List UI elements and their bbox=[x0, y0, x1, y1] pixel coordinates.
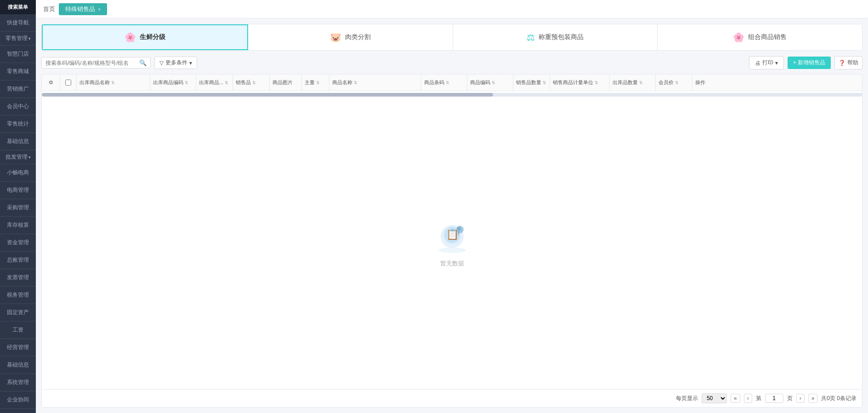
sidebar-item-fund-mgmt[interactable]: 资金管理 bbox=[0, 234, 36, 252]
sidebar-item-new-guide[interactable]: 新手引导 bbox=[0, 409, 36, 413]
th-checkbox[interactable] bbox=[60, 75, 77, 91]
fresh-grade-icon: 🌸 bbox=[125, 32, 136, 43]
sort-icon[interactable]: ⇅ bbox=[595, 80, 598, 85]
sort-icon[interactable]: ⇅ bbox=[225, 80, 228, 85]
add-sales-button[interactable]: + 新增销售品 bbox=[788, 57, 831, 69]
topbar: 首页 特殊销售品 × bbox=[36, 0, 868, 18]
sidebar-item-sys-mgmt[interactable]: 系统管理 bbox=[0, 374, 36, 391]
sidebar-item-tax-mgmt[interactable]: 税务管理 bbox=[0, 287, 36, 304]
sidebar-item-wholesale-mgmt[interactable]: 批发管理 ▾ bbox=[0, 150, 36, 164]
sort-icon[interactable]: ⇅ bbox=[675, 80, 679, 85]
th-outlet-name-label: 出库商品名称 bbox=[79, 79, 110, 86]
weight-pack-icon: ⚖ bbox=[527, 32, 535, 43]
sidebar-item-inventory[interactable]: 库存核算 bbox=[0, 217, 36, 234]
sidebar-item-sales-promo[interactable]: 营销推广 bbox=[0, 80, 36, 98]
sort-icon[interactable]: ⇅ bbox=[446, 80, 449, 85]
tab-combo-sales[interactable]: 🌸 组合商品销售 bbox=[658, 24, 862, 50]
svg-point-5 bbox=[457, 227, 461, 230]
sidebar-item-label: 零售管理 bbox=[6, 34, 28, 42]
sort-icon[interactable]: ⇅ bbox=[185, 80, 188, 85]
th-setting[interactable]: ⚙ bbox=[42, 75, 60, 91]
empty-state: 📋 暂无数据 bbox=[431, 220, 473, 268]
sidebar-item-fixed-assets[interactable]: 固定资产 bbox=[0, 304, 36, 321]
th-sales-qty-label: 销售品数量 bbox=[516, 79, 541, 86]
sidebar-logo[interactable]: 搜索菜单 bbox=[0, 0, 36, 14]
help-button[interactable]: ❓ 帮助 bbox=[834, 56, 862, 69]
sidebar-item-retail-mgmt[interactable]: 零售管理 ▾ bbox=[0, 32, 36, 46]
sidebar-item-ecom-mgmt[interactable]: 电商管理 bbox=[0, 182, 36, 199]
sidebar-item-enterprise[interactable]: 企业协同 bbox=[0, 391, 36, 409]
main-content: 首页 特殊销售品 × 🌸 生鲜分级 🐷 肉类分割 ⚖ 称重预包装商品 🌸 组合商… bbox=[36, 0, 868, 413]
sort-icon[interactable]: ⇅ bbox=[316, 80, 320, 85]
sidebar-item-retail-stats[interactable]: 零售统计 bbox=[0, 115, 36, 133]
th-product-code: 商品编码 ⇅ bbox=[467, 75, 513, 91]
sidebar-item-basic-info[interactable]: 基础信息 bbox=[0, 133, 36, 150]
th-operation-label: 操作 bbox=[695, 79, 705, 86]
empty-state-icon: 📋 bbox=[431, 220, 473, 255]
per-page-select[interactable]: 10 20 50 100 bbox=[702, 393, 727, 403]
search-input[interactable] bbox=[45, 60, 137, 66]
search-box[interactable]: 🔍 bbox=[41, 57, 151, 69]
sidebar-item-purchase-mgmt[interactable]: 采购管理 bbox=[0, 199, 36, 217]
tab-meat-cutting[interactable]: 🐷 肉类分割 bbox=[248, 24, 453, 50]
sidebar-item-hr[interactable]: 工资 bbox=[0, 321, 36, 339]
first-page-button[interactable]: « bbox=[731, 394, 740, 403]
th-sales-qty: 销售品数量 ⇅ bbox=[513, 75, 550, 91]
sidebar-item-label: 零售商城 bbox=[7, 68, 29, 75]
sort-icon[interactable]: ⇅ bbox=[111, 80, 115, 85]
th-weight-label: 主量 bbox=[305, 79, 315, 86]
sort-icon[interactable]: ⇅ bbox=[639, 80, 643, 85]
sidebar-item-invoice-mgmt[interactable]: 发票管理 bbox=[0, 269, 36, 287]
chevron-down-icon: ▾ bbox=[775, 60, 778, 66]
empty-text: 暂无数据 bbox=[440, 259, 464, 268]
prev-page-button[interactable]: ‹ bbox=[744, 394, 752, 403]
topbar-tab-close-icon[interactable]: × bbox=[98, 6, 101, 12]
th-product-name: 商品名称 ⇅ bbox=[329, 75, 421, 91]
sidebar-item-retail-mall[interactable]: 零售商城 bbox=[0, 63, 36, 80]
tab-fresh-grade[interactable]: 🌸 生鲜分级 bbox=[42, 24, 248, 50]
th-product-img-label: 商品图片 bbox=[272, 79, 293, 86]
horizontal-scrollbar[interactable] bbox=[42, 93, 862, 97]
sidebar-item-label: 快捷导航 bbox=[7, 19, 29, 27]
total-records: 共0页 0条记录 bbox=[821, 395, 857, 402]
sort-icon[interactable]: ⇅ bbox=[354, 80, 357, 85]
tab-weight-pack[interactable]: ⚖ 称重预包装商品 bbox=[453, 24, 658, 50]
sidebar-item-label: 智慧门店 bbox=[7, 50, 29, 58]
meat-cutting-icon: 🐷 bbox=[330, 32, 341, 43]
sort-icon[interactable]: ⇅ bbox=[543, 80, 546, 85]
th-member-price: 会员价 ⇅ bbox=[656, 75, 692, 91]
filter-bar: 🔍 ▽ 更多条件 ▾ 🖨 打印 ▾ + 新增销售品 ❓ bbox=[41, 56, 862, 69]
th-product-code-label: 商品编码 bbox=[470, 79, 490, 86]
sidebar-item-ops-mgmt[interactable]: 经营管理 bbox=[0, 339, 36, 356]
th-operation: 操作 bbox=[692, 75, 862, 91]
sidebar-item-label: 总账管理 bbox=[7, 256, 29, 264]
print-button[interactable]: 🖨 打印 ▾ bbox=[749, 56, 784, 69]
topbar-home[interactable]: 首页 bbox=[43, 5, 55, 13]
th-barcode-label: 商品条码 bbox=[424, 79, 444, 86]
sidebar-item-smart-store[interactable]: 智慧门店 bbox=[0, 46, 36, 63]
th-sales-item: 销售品 ⇅ bbox=[233, 75, 270, 91]
function-tabs: 🌸 生鲜分级 🐷 肉类分割 ⚖ 称重预包装商品 🌸 组合商品销售 bbox=[41, 24, 862, 51]
sort-icon[interactable]: ⇅ bbox=[492, 80, 495, 85]
more-filter-button[interactable]: ▽ 更多条件 ▾ bbox=[154, 57, 197, 69]
sort-icon[interactable]: ⇅ bbox=[252, 80, 256, 85]
search-icon[interactable]: 🔍 bbox=[139, 59, 147, 66]
page-input[interactable] bbox=[765, 394, 783, 403]
sidebar-item-mini-shop[interactable]: 小畅电商 bbox=[0, 164, 36, 182]
next-page-button[interactable]: › bbox=[796, 394, 805, 403]
th-sales-item-label: 销售品 bbox=[236, 79, 251, 86]
last-page-button[interactable]: » bbox=[808, 394, 818, 403]
th-outlet-qty: 出库品数量 ⇅ bbox=[610, 75, 656, 91]
th-product-name-label: 商品名称 bbox=[332, 79, 352, 86]
sidebar-item-general-ledger[interactable]: 总账管理 bbox=[0, 252, 36, 269]
topbar-active-tab[interactable]: 特殊销售品 × bbox=[59, 3, 107, 15]
sidebar-item-member-center[interactable]: 会员中心 bbox=[0, 98, 36, 115]
per-page-label: 每页显示 bbox=[676, 395, 698, 402]
th-outlet-code: 出库商品编码 ⇅ bbox=[150, 75, 196, 91]
sidebar-item-quick-nav[interactable]: 快捷导航 bbox=[0, 14, 36, 32]
th-member-price-label: 会员价 bbox=[658, 79, 674, 86]
th-sales-unit-label: 销售商品计量单位 bbox=[553, 79, 593, 86]
select-all-checkbox[interactable] bbox=[65, 80, 71, 86]
sidebar-item-basic-info2[interactable]: 基础信息 bbox=[0, 356, 36, 374]
scrollbar-thumb[interactable] bbox=[42, 93, 493, 97]
